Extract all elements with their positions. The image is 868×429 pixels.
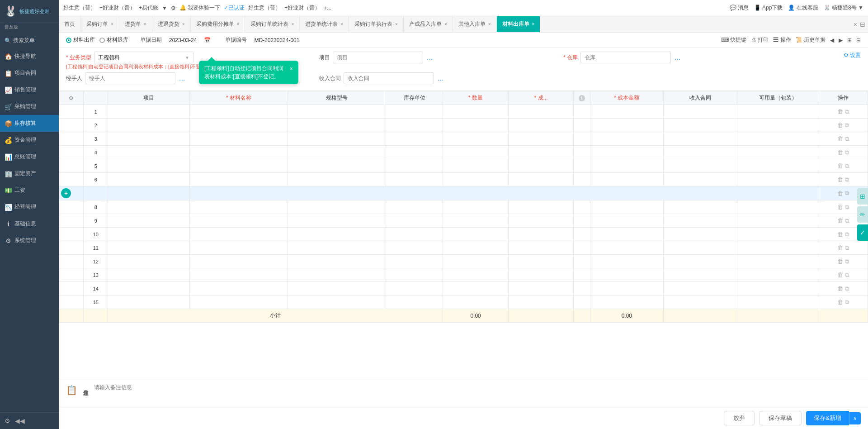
tab-close-purchase-return[interactable]: × (182, 22, 185, 27)
tab-finished-goods[interactable]: 产成品入库单× (404, 16, 453, 33)
tab-close-purchase-in-stat[interactable]: × (340, 22, 343, 27)
delete-row-btn[interactable]: 🗑 (837, 272, 843, 278)
sidebar-item-inventory[interactable]: 📦 库存核算 (0, 115, 59, 132)
delete-row-btn[interactable]: 🗑 (837, 190, 843, 197)
handler-lookup-btn[interactable]: ... (179, 74, 185, 82)
grid-view-btn[interactable]: ⊞ (847, 37, 852, 43)
copy-row-btn[interactable]: ⧉ (845, 272, 849, 279)
topbar-nav-settings-icon[interactable]: ⚙ (171, 5, 176, 11)
delete-row-btn[interactable]: 🗑 (837, 217, 843, 224)
row-spec[interactable] (288, 296, 386, 309)
row-qty[interactable] (443, 119, 509, 132)
row-project[interactable] (108, 105, 190, 119)
row-spec[interactable] (288, 200, 386, 214)
project-input[interactable] (333, 52, 423, 63)
row-income-contract[interactable] (664, 241, 737, 255)
sidebar-item-system[interactable]: ⚙ 系统管理 (0, 232, 59, 249)
project-lookup-btn[interactable]: ... (427, 53, 433, 62)
row-settings[interactable] (59, 119, 84, 132)
copy-row-btn[interactable]: ⧉ (845, 162, 849, 170)
sidebar-item-accounting[interactable]: 📊 总账管理 (0, 148, 59, 165)
row-material[interactable] (190, 132, 288, 146)
delete-row-btn[interactable]: 🗑 (837, 258, 843, 265)
th-settings[interactable]: ⚙ (59, 91, 84, 105)
tab-purchase-order[interactable]: 采购订单× (81, 16, 119, 33)
tab-close-purchase-order-stat[interactable]: × (291, 22, 294, 27)
row-material[interactable] (190, 200, 288, 214)
tab-close-finished-goods[interactable]: × (444, 22, 447, 27)
topbar-nav-haoyecai2[interactable]: +好业财（普） (284, 4, 320, 12)
row-project[interactable] (108, 241, 190, 255)
delete-row-btn[interactable]: 🗑 (837, 108, 843, 115)
topbar-nav-yidaizhang[interactable]: +易代账 (139, 4, 158, 12)
copy-row-btn[interactable]: ⧉ (845, 108, 849, 115)
row-project[interactable] (108, 159, 190, 173)
sidebar-item-nav[interactable]: 🏠 快捷导航 (0, 48, 59, 65)
delete-row-btn[interactable]: 🗑 (837, 162, 843, 169)
row-cost[interactable] (508, 228, 574, 241)
radio-material-out[interactable]: 材料出库 (66, 36, 95, 44)
row-project[interactable] (108, 255, 190, 268)
date-value[interactable]: 2023-03-24 (169, 37, 197, 43)
tab-purchase-in[interactable]: 进货单× (119, 16, 152, 33)
delete-row-btn[interactable]: 🗑 (837, 135, 843, 142)
right-float-btn-1[interactable]: ⊞ (857, 188, 868, 205)
row-cost[interactable] (508, 282, 574, 296)
tab-close-purchase-expense[interactable]: × (237, 22, 240, 27)
topbar-nav-dropdown[interactable]: ▼ (162, 5, 167, 11)
delete-row-btn[interactable]: 🗑 (837, 149, 843, 156)
row-income-contract[interactable] (664, 173, 737, 186)
row-cost-amount[interactable] (590, 146, 664, 159)
calendar-icon[interactable]: 📅 (204, 37, 211, 43)
sidebar-item-project[interactable]: 📋 项目合同 (0, 65, 59, 81)
table-container[interactable]: ⚙ 项目 材料名称 规格型号 库存单位 数量 成... ℹ 成本金额 收入合同 … (59, 91, 868, 380)
tab-close-material-out[interactable]: × (532, 22, 535, 27)
row-settings[interactable] (59, 296, 84, 309)
row-cost-amount[interactable] (590, 282, 664, 296)
row-material[interactable] (190, 282, 288, 296)
row-settings[interactable] (59, 146, 84, 159)
row-spec[interactable] (288, 119, 386, 132)
add-row-btn[interactable]: + (61, 188, 71, 198)
topbar-online-service[interactable]: 👤 在线客服 (788, 4, 818, 12)
row-income-contract[interactable] (664, 146, 737, 159)
row-material[interactable] (190, 228, 288, 241)
notes-input[interactable] (94, 384, 861, 402)
tab-close-other-in[interactable]: × (488, 22, 491, 27)
row-spec[interactable] (288, 159, 386, 173)
list-view-btn[interactable]: ⊟ (856, 37, 861, 43)
tab-material-out[interactable]: 材料出库单× (497, 16, 541, 33)
save-new-button[interactable]: 保存&新增 (806, 411, 849, 425)
topbar-app-download[interactable]: 📱 App下载 (754, 4, 783, 12)
tab-purchase-order-stat[interactable]: 采购订单统计表× (245, 16, 300, 33)
sidebar-item-finance[interactable]: 💰 资金管理 (0, 132, 59, 148)
active-row-project-field[interactable] (110, 190, 188, 197)
row-income-contract[interactable] (664, 228, 737, 241)
row-material[interactable] (190, 214, 288, 228)
row-cost[interactable] (508, 132, 574, 146)
row-cost-amount[interactable] (590, 241, 664, 255)
row-project[interactable] (108, 146, 190, 159)
tab-close-purchase-exec[interactable]: × (395, 22, 398, 27)
tab-other-in[interactable]: 其他入库单× (453, 16, 497, 33)
row-project[interactable] (108, 296, 190, 309)
row-qty[interactable] (443, 214, 509, 228)
topbar-nav-haoshengyi2[interactable]: 好生意（普） (248, 4, 281, 12)
topbar-nav-trial[interactable]: 🔔 我要体验一下 (179, 4, 220, 12)
copy-row-btn[interactable]: ⧉ (845, 176, 849, 183)
delete-row-btn[interactable]: 🗑 (837, 176, 843, 183)
row-qty[interactable] (443, 296, 509, 309)
row-spec[interactable] (288, 255, 386, 268)
sidebar-item-sales[interactable]: 📈 销售管理 (0, 81, 59, 98)
row-cost[interactable] (508, 173, 574, 186)
tab-layout-btn[interactable]: ⊟ (860, 21, 865, 28)
row-cost[interactable] (508, 200, 574, 214)
tab-purchase-expense[interactable]: 采购费用分摊单× (191, 16, 245, 33)
topbar-nav-haoyecai[interactable]: +好业财（普） (99, 4, 135, 12)
topbar-user[interactable]: 🐰 畅捷通8号 ▼ (824, 4, 863, 12)
row-income-contract[interactable] (664, 296, 737, 309)
row-cost-amount[interactable] (590, 159, 664, 173)
copy-row-btn[interactable]: ⧉ (845, 204, 849, 211)
row-project-input[interactable] (108, 186, 190, 200)
tab-close-purchase-in[interactable]: × (144, 22, 146, 27)
